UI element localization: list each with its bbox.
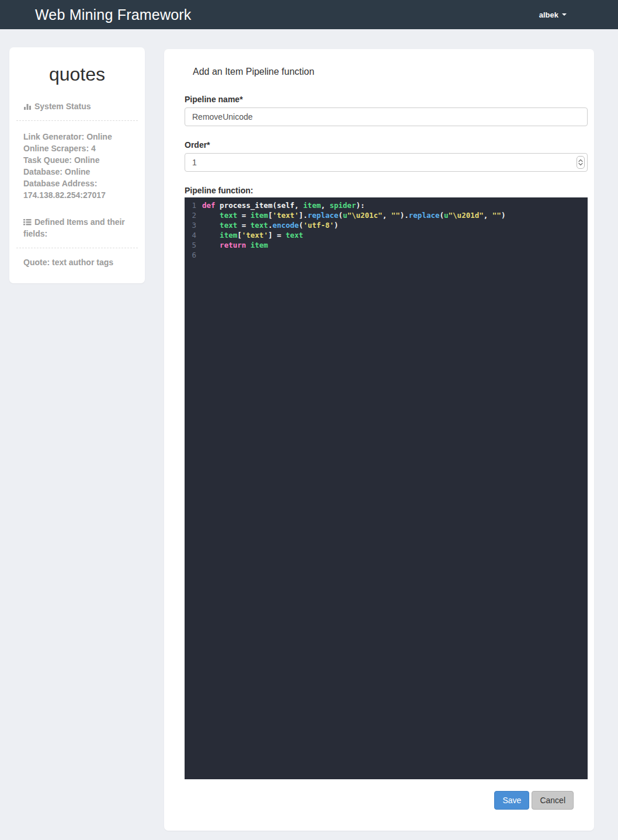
user-dropdown[interactable]: albek [539, 11, 567, 19]
chevron-down-icon [562, 13, 567, 16]
code-editor[interactable]: 1def process_item(self, item, spider):2 … [185, 197, 588, 779]
status-line: Online Scrapers: 4 [23, 143, 131, 154]
defined-items-header: Defined Items and their fields: [23, 216, 131, 239]
pipeline-function-label: Pipeline function: [185, 186, 574, 195]
form-actions: Save Cancel [185, 791, 574, 810]
content-area: quotes System Status Link Generator: Onl… [0, 29, 618, 840]
order-label: Order* [185, 140, 574, 150]
pipeline-name-label: Pipeline name* [185, 95, 574, 104]
line-number: 1 [185, 200, 202, 210]
navbar: Web Mining Framework albek [0, 0, 618, 29]
line-number: 5 [185, 240, 202, 250]
code-line: 1def process_item(self, item, spider): [185, 200, 588, 210]
line-number: 3 [185, 220, 202, 230]
divider [16, 120, 138, 121]
code-editor-lines: 1def process_item(self, item, spider):2 … [185, 200, 588, 260]
defined-items-label: Defined Items and their fields: [23, 217, 125, 238]
status-line: Database: Online [23, 166, 131, 178]
line-number: 4 [185, 230, 202, 240]
brand-link[interactable]: Web Mining Framework [35, 6, 192, 23]
status-line: Task Queue: Online [23, 154, 131, 166]
pipeline-name-group: Pipeline name* [185, 95, 574, 126]
system-status-label: System Status [34, 102, 91, 111]
code-line: 6 [185, 250, 588, 260]
status-lines: Link Generator: OnlineOnline Scrapers: 4… [23, 131, 131, 201]
status-line: Database Address: [23, 178, 131, 189]
page-title: Add an Item Pipeline function [193, 67, 574, 77]
list-icon [23, 218, 32, 226]
system-status-header: System Status [23, 100, 131, 112]
line-number: 6 [185, 250, 202, 260]
bar-chart-icon [23, 102, 32, 110]
pipeline-function-group: Pipeline function: 1def process_item(sel… [185, 186, 574, 779]
code-line: 3 text = text.encode('utf-8') [185, 220, 588, 230]
chevron-down-icon [578, 162, 583, 166]
status-line: 174.138.82.254:27017 [23, 189, 131, 201]
number-stepper[interactable] [577, 156, 585, 169]
save-button[interactable]: Save [494, 791, 529, 810]
code-line: 2 text = item['text'].replace(u"\u201c",… [185, 210, 588, 220]
code-line: 4 item['text'] = text [185, 230, 588, 240]
code-line: 5 return item [185, 240, 588, 250]
order-input[interactable] [185, 153, 588, 172]
pipeline-name-input[interactable] [185, 107, 588, 126]
sidebar-panel: quotes System Status Link Generator: Onl… [9, 47, 145, 283]
item-fields-text: Quote: text author tags [23, 256, 131, 268]
status-line: Link Generator: Online [23, 131, 131, 143]
user-dropdown-label: albek [539, 11, 558, 19]
cancel-button[interactable]: Cancel [532, 791, 574, 810]
order-group: Order* [185, 140, 574, 172]
divider [16, 248, 138, 248]
pipeline-form-panel: Add an Item Pipeline function Pipeline n… [164, 49, 594, 831]
project-title: quotes [23, 64, 131, 85]
line-number: 2 [185, 210, 202, 220]
